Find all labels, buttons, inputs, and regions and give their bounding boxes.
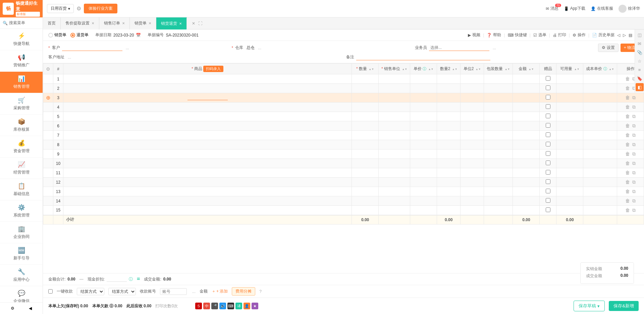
- action-operate[interactable]: ⚙ 操作: [573, 32, 586, 38]
- row-qty2-cell[interactable]: [437, 206, 461, 215]
- row-copy-button[interactable]: ⧉: [632, 150, 636, 158]
- row-product-cell[interactable]: [63, 196, 352, 206]
- row-product-cell[interactable]: [63, 149, 352, 159]
- row-copy-button[interactable]: ⧉: [632, 122, 636, 129]
- right-panel-btn-7[interactable]: ◧: [636, 83, 644, 91]
- gift-checkbox[interactable]: [546, 123, 550, 128]
- settlement-method-select[interactable]: 结算方式: [77, 288, 104, 295]
- gift-checkbox[interactable]: [546, 76, 550, 81]
- row-cost-price-cell[interactable]: [583, 131, 617, 140]
- customer-input[interactable]: [62, 45, 122, 51]
- row-price-cell[interactable]: [410, 74, 437, 84]
- gift-checkbox[interactable]: [546, 198, 550, 203]
- row-qty-cell[interactable]: [352, 140, 379, 149]
- product-input[interactable]: [187, 95, 228, 100]
- row-pkg-qty-cell[interactable]: [484, 196, 513, 206]
- row-delete-button[interactable]: 🗑: [625, 188, 631, 195]
- row-qty-cell[interactable]: [352, 121, 379, 131]
- salesperson-select-btn[interactable]: ...: [493, 46, 496, 50]
- row-delete-button[interactable]: 🗑: [625, 75, 631, 82]
- sidebar-item-purchase[interactable]: 🛒 采购管理: [0, 93, 43, 115]
- row-qty2-cell[interactable]: [437, 84, 461, 93]
- row-unit2-cell[interactable]: [461, 168, 484, 178]
- sidebar-item-finance[interactable]: 💰 资金管理: [0, 136, 43, 158]
- calendar-icon[interactable]: 📅: [136, 33, 141, 38]
- app-download-button[interactable]: 📱 App下载: [564, 6, 585, 11]
- row-delete-button[interactable]: 🗑: [625, 113, 631, 120]
- row-pkg-qty-cell[interactable]: [484, 112, 513, 121]
- row-cost-price-cell[interactable]: [583, 140, 617, 149]
- row-qty-cell[interactable]: [352, 196, 379, 206]
- row-price-cell[interactable]: [410, 178, 437, 187]
- row-unit-cell[interactable]: [379, 93, 410, 103]
- row-unit-cell[interactable]: [379, 131, 410, 140]
- row-gift-cell[interactable]: [540, 149, 556, 159]
- row-available-cell[interactable]: [556, 112, 583, 121]
- row-amount-cell[interactable]: [513, 206, 540, 215]
- row-qty-cell[interactable]: [352, 112, 379, 121]
- row-product-cell[interactable]: [63, 93, 352, 103]
- row-product-cell[interactable]: [63, 131, 352, 140]
- row-amount-cell[interactable]: [513, 74, 540, 84]
- gift-checkbox[interactable]: [546, 179, 550, 184]
- row-copy-button[interactable]: ⧉: [632, 132, 636, 139]
- row-available-cell[interactable]: [556, 121, 583, 131]
- row-amount-cell[interactable]: [513, 168, 540, 178]
- row-price-cell[interactable]: [410, 84, 437, 93]
- row-unit-cell[interactable]: [379, 178, 410, 187]
- row-price-cell[interactable]: [410, 206, 437, 215]
- row-unit2-cell[interactable]: [461, 74, 484, 84]
- row-delete-button[interactable]: 🗑: [625, 122, 631, 129]
- row-delete-button[interactable]: 🗑: [625, 141, 631, 148]
- row-cost-price-cell[interactable]: [583, 121, 617, 131]
- row-copy-button[interactable]: ⧉: [632, 104, 636, 111]
- right-panel-btn-6[interactable]: 🔖: [636, 74, 644, 82]
- action-history[interactable]: 📄 历史单据: [592, 32, 614, 38]
- row-cost-price-cell[interactable]: [583, 74, 617, 84]
- row-product-cell[interactable]: [63, 178, 352, 187]
- cost-sort-icon[interactable]: ▲▼: [609, 68, 614, 71]
- online-service-button[interactable]: 👤 在线客服: [591, 6, 613, 11]
- tab-price-setting[interactable]: 售价提取设置 ✕: [61, 17, 99, 29]
- row-gift-cell[interactable]: [540, 168, 556, 178]
- row-copy-button[interactable]: ⧉: [632, 141, 636, 148]
- row-qty2-cell[interactable]: [437, 149, 461, 159]
- row-delete-button[interactable]: 🗑: [625, 104, 631, 110]
- row-pkg-qty-cell[interactable]: [484, 84, 513, 93]
- row-cost-price-cell[interactable]: [583, 84, 617, 93]
- row-available-cell[interactable]: [556, 140, 583, 149]
- gift-checkbox[interactable]: [546, 151, 550, 156]
- row-price-cell[interactable]: [410, 159, 437, 168]
- row-available-cell[interactable]: [556, 74, 583, 84]
- sidebar-item-system[interactable]: ⚙️ 系统管理: [0, 200, 43, 222]
- sidebar-item-inventory[interactable]: 📦 库存核算: [0, 115, 43, 136]
- right-panel-btn-3[interactable]: 📎: [636, 48, 644, 56]
- sidebar-item-operations[interactable]: 📈 经营管理: [0, 158, 43, 179]
- row-amount-cell[interactable]: [513, 178, 540, 187]
- tab-sales-order[interactable]: 销售订单 ✕: [99, 17, 130, 29]
- right-panel-btn-1[interactable]: ◫: [636, 31, 644, 39]
- s-icon[interactable]: S: [195, 303, 202, 309]
- row-available-cell[interactable]: [556, 84, 583, 93]
- row-unit2-cell[interactable]: [461, 196, 484, 206]
- row-amount-cell[interactable]: [513, 112, 540, 121]
- row-unit2-cell[interactable]: [461, 149, 484, 159]
- row-unit-cell[interactable]: [379, 121, 410, 131]
- cn-icon[interactable]: 中: [203, 303, 210, 309]
- gift-checkbox[interactable]: [546, 114, 550, 118]
- right-panel-btn-5[interactable]: ≡: [636, 66, 644, 74]
- gift-checkbox[interactable]: [546, 104, 550, 109]
- row-gift-cell[interactable]: [540, 112, 556, 121]
- row-cost-price-cell[interactable]: [583, 187, 617, 196]
- row-unit2-cell[interactable]: [461, 112, 484, 121]
- message-button[interactable]: ✉ 消息 70: [546, 6, 558, 11]
- gift-checkbox[interactable]: [546, 132, 550, 137]
- row-gift-cell[interactable]: [540, 103, 556, 112]
- row-delete-button[interactable]: 🗑: [625, 85, 631, 91]
- row-qty-cell[interactable]: [352, 178, 379, 187]
- row-qty-cell[interactable]: [352, 159, 379, 168]
- tab-home[interactable]: 首页: [43, 17, 61, 29]
- row-available-cell[interactable]: [556, 206, 583, 215]
- row-available-cell[interactable]: [556, 178, 583, 187]
- mic-icon[interactable]: 🎤: [211, 303, 218, 309]
